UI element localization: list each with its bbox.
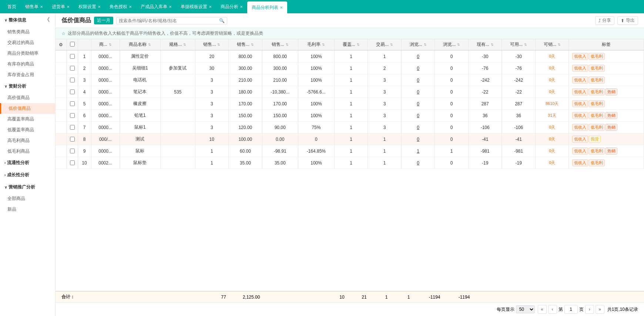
- th-spec[interactable]: 规格... ⇅: [161, 39, 195, 50]
- nav-purchase-close[interactable]: ✕: [67, 5, 70, 9]
- period-button[interactable]: 近一月: [94, 17, 113, 24]
- th-sales-net[interactable]: 销售... ⇅: [262, 39, 298, 50]
- browse1-link[interactable]: 0: [417, 66, 419, 71]
- nav-roles[interactable]: 角色授权 ✕: [105, 0, 136, 13]
- sidebar-item-category-rate[interactable]: 商品分类助销率: [0, 48, 55, 59]
- browse1-link[interactable]: 0: [417, 89, 419, 95]
- browse1-link[interactable]: 0: [417, 137, 419, 142]
- sidebar-item-high-coverage[interactable]: 高覆盖率商品: [0, 114, 55, 125]
- td-browse1[interactable]: 0: [401, 133, 435, 145]
- sidebar-item-high-profit[interactable]: 高毛利商品: [0, 135, 55, 146]
- sidebar-section-asset-title[interactable]: ∨ 资财分析: [0, 80, 55, 92]
- row-checkbox[interactable]: [70, 78, 75, 82]
- nav-products[interactable]: 产成品入库单 ✕: [136, 0, 176, 13]
- th-settings[interactable]: ⚙: [56, 39, 67, 50]
- sidebar-item-all-goods[interactable]: 全部商品: [0, 193, 55, 204]
- row-checkbox[interactable]: [70, 125, 75, 130]
- sidebar-section-marketing-title[interactable]: ∨ 营销推广分析: [0, 181, 55, 193]
- td-browse1[interactable]: 0: [401, 157, 435, 169]
- td-check[interactable]: [67, 62, 78, 74]
- th-trade[interactable]: 交易... ⇅: [368, 39, 402, 50]
- td-browse1[interactable]: 1: [401, 145, 435, 157]
- row-checkbox[interactable]: [70, 101, 75, 106]
- th-browse2[interactable]: 浏览... ⇅: [435, 39, 469, 50]
- sidebar-item-traded-goods[interactable]: 交易过的商品: [0, 37, 55, 48]
- td-browse1[interactable]: 0: [401, 98, 435, 110]
- table-wrapper[interactable]: ⚙ 商... ⇅ 商品名称 ⇅ 规格... ⇅ 销售... ⇅ 销售... ⇅ …: [56, 39, 644, 291]
- last-page-button[interactable]: »: [596, 305, 604, 314]
- row-checkbox[interactable]: [70, 137, 75, 142]
- th-sales-amount[interactable]: 销售... ⇅: [229, 39, 262, 50]
- nav-analysis-list[interactable]: 商品分析列表 ✕: [247, 1, 287, 13]
- sidebar-item-stock-goods[interactable]: 有库存的商品: [0, 59, 55, 69]
- td-browse1[interactable]: 0: [401, 122, 435, 133]
- sidebar-item-low-profit[interactable]: 低毛利商品: [0, 146, 55, 157]
- row-checkbox[interactable]: [70, 54, 75, 59]
- nav-template[interactable]: 单据模板设置 ✕: [176, 0, 216, 13]
- td-browse1[interactable]: 0: [401, 74, 435, 86]
- sidebar-collapse-btn[interactable]: 《: [43, 16, 51, 24]
- sidebar-item-low-value[interactable]: 低价值商品: [0, 103, 55, 114]
- nav-analysis-close[interactable]: ✕: [240, 5, 243, 9]
- row-checkbox[interactable]: [70, 113, 75, 118]
- browse1-link[interactable]: 0: [417, 78, 419, 83]
- td-check[interactable]: [67, 122, 78, 133]
- nav-products-close[interactable]: ✕: [169, 5, 172, 9]
- td-check[interactable]: [67, 74, 78, 86]
- browse1-link[interactable]: 0: [417, 125, 419, 130]
- sidebar-item-new-goods[interactable]: 新品: [0, 204, 55, 215]
- th-name[interactable]: 商品名称 ⇅: [120, 39, 161, 50]
- nav-home[interactable]: 首页: [3, 0, 21, 13]
- th-available[interactable]: 可用... ⇅: [502, 39, 536, 50]
- row-checkbox[interactable]: [70, 89, 75, 94]
- page-size-select[interactable]: 50 100 200: [516, 305, 535, 313]
- th-check[interactable]: [67, 39, 78, 50]
- browse1-link[interactable]: 0: [417, 160, 419, 166]
- th-cover[interactable]: 覆盖... ⇅: [334, 39, 368, 50]
- sidebar-item-low-coverage[interactable]: 低覆盖率商品: [0, 125, 55, 135]
- td-browse1[interactable]: 0: [401, 62, 435, 74]
- share-button[interactable]: ⤴ 分享: [595, 16, 614, 25]
- sidebar-item-high-value[interactable]: 高价值商品: [0, 92, 55, 103]
- first-page-button[interactable]: «: [538, 305, 547, 314]
- browse1-link[interactable]: 0: [417, 101, 419, 106]
- row-checkbox[interactable]: [70, 160, 75, 165]
- td-check[interactable]: [67, 145, 78, 157]
- td-check[interactable]: [67, 110, 78, 122]
- td-browse1[interactable]: 0: [401, 50, 435, 62]
- browse1-link[interactable]: 1: [417, 149, 419, 154]
- td-check[interactable]: [67, 133, 78, 145]
- browse1-link[interactable]: 0: [417, 54, 419, 59]
- td-browse1[interactable]: 0: [401, 86, 435, 98]
- nav-roles-close[interactable]: ✕: [129, 5, 132, 9]
- nav-analysis-list-close[interactable]: ✕: [280, 6, 283, 10]
- row-checkbox[interactable]: [70, 149, 75, 153]
- search-input[interactable]: [119, 18, 219, 23]
- sidebar-item-sales-goods[interactable]: 销售类商品: [0, 27, 55, 37]
- sidebar-item-inventory-capital[interactable]: 库存资金占用: [0, 69, 55, 80]
- nav-template-close[interactable]: ✕: [209, 5, 212, 9]
- td-check[interactable]: [67, 98, 78, 110]
- sidebar-section-circulation-title[interactable]: › 流通性分析: [0, 157, 55, 169]
- page-number-input[interactable]: [564, 305, 578, 314]
- nav-purchase[interactable]: 进货单 ✕: [47, 0, 74, 13]
- th-code[interactable]: 商... ⇅: [91, 39, 120, 50]
- export-button[interactable]: ⬆ 导出: [617, 16, 638, 25]
- nav-permissions-close[interactable]: ✕: [98, 5, 101, 9]
- td-check[interactable]: [67, 157, 78, 169]
- th-browse1[interactable]: 浏览... ⇅: [401, 39, 435, 50]
- sidebar-section-growth-title[interactable]: › 成长性分析: [0, 169, 55, 181]
- th-sales-qty[interactable]: 销售... ⇅: [195, 39, 229, 50]
- th-current[interactable]: 现有... ⇅: [468, 39, 502, 50]
- next-page-button[interactable]: ›: [585, 305, 594, 314]
- nav-sales-close[interactable]: ✕: [40, 5, 43, 9]
- nav-permissions[interactable]: 权限设置 ✕: [74, 0, 105, 13]
- select-all-checkbox[interactable]: [70, 42, 75, 47]
- row-checkbox[interactable]: [70, 66, 75, 71]
- td-check[interactable]: [67, 86, 78, 98]
- nav-analysis[interactable]: 商品分析 ✕: [216, 0, 247, 13]
- th-gross-rate[interactable]: 毛利率 ⇅: [298, 39, 334, 50]
- prev-page-button[interactable]: ‹: [548, 305, 557, 314]
- sidebar-section-general-title[interactable]: ∨ 整体信息 《: [0, 13, 55, 27]
- nav-sales[interactable]: 销售单 ✕: [21, 0, 47, 13]
